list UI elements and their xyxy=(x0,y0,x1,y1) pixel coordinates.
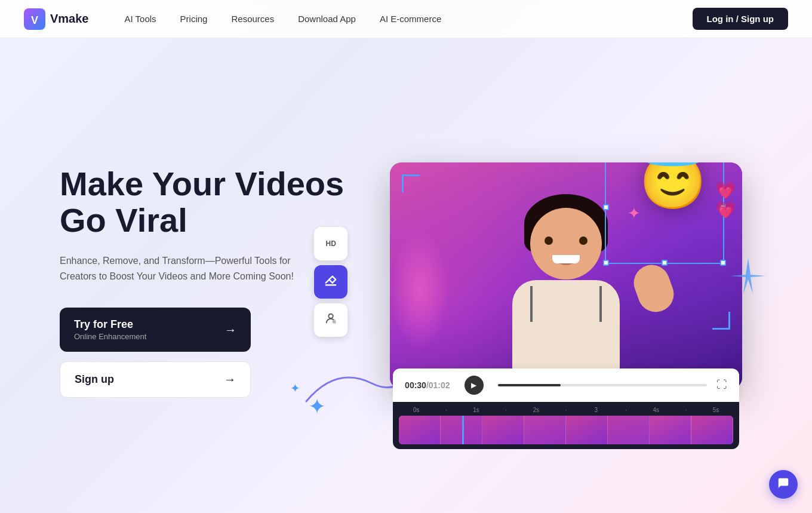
frame-6 xyxy=(608,416,650,444)
frame-1 xyxy=(399,416,441,444)
signup-label: Sign up xyxy=(75,373,114,386)
hero-subtitle: Enhance, Remove, and Transform—Powerful … xyxy=(60,253,310,284)
hd-tool-button[interactable]: HD xyxy=(314,227,347,260)
frame-2 xyxy=(441,416,482,444)
hero-section: Make Your Videos Go Viral Enhance, Remov… xyxy=(0,38,812,513)
hero-content: Make Your Videos Go Viral Enhance, Remov… xyxy=(60,165,344,398)
time-current: 00:30 xyxy=(405,380,426,390)
nav-pricing[interactable]: Pricing xyxy=(180,14,208,24)
frame-3 xyxy=(482,416,524,444)
frame-4 xyxy=(524,416,566,444)
try-for-free-button[interactable]: Try for Free Online Enhancement → xyxy=(60,308,251,352)
try-arrow-icon: → xyxy=(224,323,236,337)
tick-2s: 2s xyxy=(521,407,551,413)
frame-5 xyxy=(566,416,608,444)
logo-text: Vmake xyxy=(50,12,89,26)
svg-text:V: V xyxy=(31,14,38,26)
player-bar: 00:30/01:02 ▶ ⛶ 0s · 1s · 2s · xyxy=(393,368,739,449)
nav-ai-ecommerce[interactable]: AI E-commerce xyxy=(380,14,441,24)
tool-sidebar: HD xyxy=(314,227,347,337)
tick-dot1: · xyxy=(431,407,461,413)
corner-br-decoration xyxy=(712,312,730,330)
nav-resources[interactable]: Resources xyxy=(231,14,274,24)
tick-3s: 3 xyxy=(581,407,611,413)
heart-decorations: 💗💗 xyxy=(715,180,736,220)
navbar: V Vmake AI Tools Pricing Resources Downl… xyxy=(0,0,812,38)
tick-5s: 5s xyxy=(701,407,731,413)
hd-icon: HD xyxy=(326,239,336,248)
person-icon xyxy=(324,312,337,328)
nav-ai-tools[interactable]: AI Tools xyxy=(125,14,156,24)
login-signup-button[interactable]: Log in / Sign up xyxy=(693,8,788,30)
player-controls: 00:30/01:02 ▶ ⛶ xyxy=(393,368,739,402)
tick-dot3: · xyxy=(551,407,581,413)
frame-8 xyxy=(691,416,733,444)
hero-title-line2: Go Viral xyxy=(60,201,187,239)
video-container: 😇 💗💗 ✦ 00:30/01:02 ▶ ⛶ xyxy=(390,162,742,389)
nav-links: AI Tools Pricing Resources Download App … xyxy=(125,14,693,24)
video-preview-card: 😇 💗💗 ✦ xyxy=(390,162,742,389)
chat-bubble-button[interactable] xyxy=(769,470,798,499)
try-sub-label: Online Enhancement xyxy=(74,332,146,341)
erase-icon xyxy=(324,274,337,290)
erase-tool-button[interactable] xyxy=(314,265,347,299)
blue-star-decoration xyxy=(730,258,766,302)
corner-tl-decoration xyxy=(402,174,420,192)
hero-title-line1: Make Your Videos xyxy=(60,165,344,202)
chat-icon xyxy=(777,477,790,493)
svg-point-2 xyxy=(329,314,333,318)
play-button[interactable]: ▶ xyxy=(465,376,484,395)
hero-visual: ✦ ✦ HD xyxy=(344,97,764,467)
tick-dot4: · xyxy=(611,407,641,413)
frame-7 xyxy=(650,416,691,444)
signup-button[interactable]: Sign up → xyxy=(60,361,251,398)
bg-remove-tool-button[interactable] xyxy=(314,303,347,337)
tick-dot5: · xyxy=(671,407,701,413)
sparkle-decoration: ✦ xyxy=(628,204,641,223)
person-hand xyxy=(629,260,679,317)
progress-bar[interactable] xyxy=(498,384,707,386)
try-button-text: Try for Free Online Enhancement xyxy=(74,318,146,341)
logo[interactable]: V Vmake xyxy=(24,8,89,30)
tick-dot2: · xyxy=(491,407,521,413)
angel-emoji: 😇 xyxy=(639,162,706,213)
tick-0s: 0s xyxy=(401,407,431,413)
tick-1s: 1s xyxy=(461,407,491,413)
hero-title: Make Your Videos Go Viral xyxy=(60,165,344,239)
timeline-bar: 0s · 1s · 2s · 3 · 4s · 5s xyxy=(393,402,739,449)
tick-4s: 4s xyxy=(641,407,671,413)
timeline-frames xyxy=(399,416,733,444)
nav-download-app[interactable]: Download App xyxy=(298,14,356,24)
try-main-label: Try for Free xyxy=(74,318,146,331)
timeline-ticks: 0s · 1s · 2s · 3 · 4s · 5s xyxy=(399,407,733,413)
fullscreen-button[interactable]: ⛶ xyxy=(716,379,727,391)
time-total: 01:02 xyxy=(429,380,450,390)
person-face xyxy=(530,208,602,279)
current-time: 00:30/01:02 xyxy=(405,380,450,390)
timeline-strip[interactable] xyxy=(399,416,733,444)
signup-arrow-icon: → xyxy=(224,373,236,386)
